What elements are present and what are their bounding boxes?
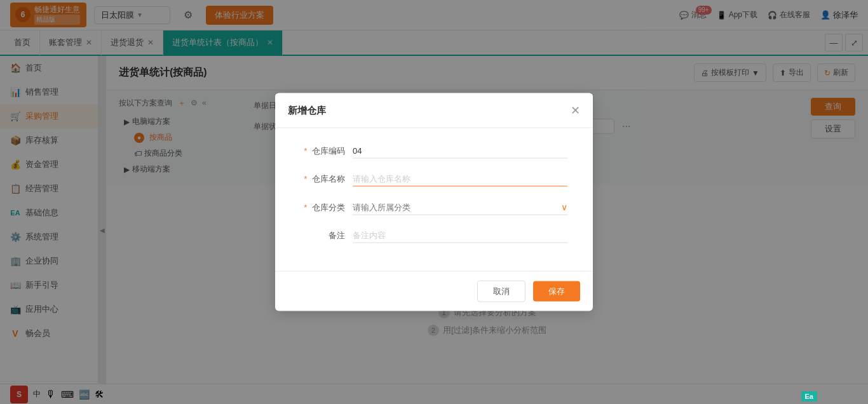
remark-label: 备注: [301, 230, 345, 241]
category-select-wrapper: ∨: [353, 199, 567, 215]
form-row-code: * 仓库编码: [301, 144, 567, 159]
modal-footer: 取消 保存: [275, 271, 593, 311]
modal-close-button[interactable]: ✕: [571, 104, 580, 118]
name-label: * 仓库名称: [301, 173, 345, 185]
save-button[interactable]: 保存: [533, 281, 580, 302]
warehouse-name-input[interactable]: [353, 172, 567, 187]
form-row-remark: 备注: [301, 228, 567, 243]
code-required-marker: *: [304, 146, 307, 156]
modal-title: 新增仓库: [288, 104, 326, 116]
name-required-marker: *: [304, 174, 307, 184]
ea-badge: Ea: [801, 391, 817, 401]
modal-header: 新增仓库 ✕: [275, 93, 593, 128]
category-required-marker: *: [304, 202, 307, 212]
category-dropdown-arrow[interactable]: ∨: [561, 202, 567, 212]
form-row-name: * 仓库名称: [301, 172, 567, 187]
form-row-category: * 仓库分类 ∨: [301, 199, 567, 215]
cancel-button[interactable]: 取消: [477, 281, 526, 302]
remark-input[interactable]: [353, 228, 567, 243]
category-select-input[interactable]: [353, 202, 561, 212]
code-label: * 仓库编码: [301, 145, 345, 157]
modal-body: * 仓库编码 * 仓库名称 * 仓库分类 ∨: [275, 128, 593, 271]
add-warehouse-modal: 新增仓库 ✕ * 仓库编码 * 仓库名称 * 仓库分类: [275, 93, 593, 311]
warehouse-code-input[interactable]: [353, 144, 567, 159]
category-label: * 仓库分类: [301, 201, 345, 213]
